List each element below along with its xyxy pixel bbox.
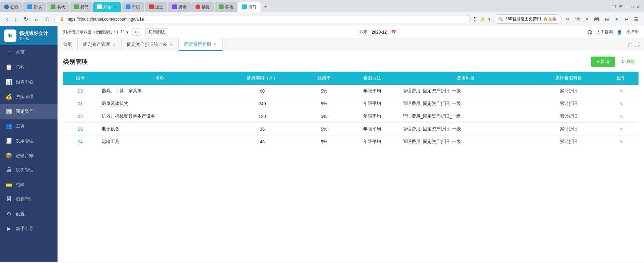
undo-icon[interactable]: ↩ xyxy=(623,16,630,23)
fullscreen-tab-btn[interactable]: ⛶ xyxy=(634,41,640,48)
sun-icon[interactable]: ☀ xyxy=(613,16,620,23)
page-tab-depreciation-label: 固定资产折旧统计表 xyxy=(127,41,167,48)
service-label[interactable]: 人工咨询 xyxy=(596,29,613,35)
close-tab-depreciation[interactable]: ✕ xyxy=(170,43,173,47)
page-tab-home[interactable]: 首页 xyxy=(58,39,78,50)
tab-label-4: 易代 xyxy=(80,4,88,10)
page-content: 类别管理 + 新增 ↻ 刷新 编号 名称 使用期限（月） 残值率 折旧方法 费用… xyxy=(58,51,644,262)
page-tab-category[interactable]: 固定资产类别 ✕ xyxy=(179,38,223,51)
scissors-icon[interactable]: ✂ xyxy=(564,16,571,23)
close-tab-fixed-asset-mgmt[interactable]: ✕ xyxy=(113,43,116,47)
tab-label-5: 好会 xyxy=(103,4,112,10)
browser-tab-7[interactable]: 企业 xyxy=(145,2,167,12)
sidebar-item-reports[interactable]: 📊 报表中心 xyxy=(0,74,58,89)
switch-version-btn[interactable]: 切到旧版 xyxy=(146,28,168,36)
sidebar: 畅 畅捷通好会计 专业版 ⌂ 首页 📋 总账 📊 报表中心 💰 资金管理 xyxy=(0,26,58,262)
browser-tab-4[interactable]: 易代 xyxy=(70,2,92,12)
dropdown-arrow[interactable]: ▾ xyxy=(126,30,128,35)
edit-btn-1[interactable]: ✎ xyxy=(619,101,623,106)
sidebar-item-settings-label: 设置 xyxy=(16,211,25,217)
cell-method-1: 年限平均 xyxy=(346,97,399,110)
sidebar-item-inventory[interactable]: 📦 进销台账 xyxy=(0,148,58,163)
tab-bar: 在线 新版 易代 易代 好会 ✕ 个税 企业 腾讯 xyxy=(0,0,644,12)
sidebar-item-fixed-assets[interactable]: 🏢 固定资产 xyxy=(0,104,58,119)
browser-menu-icon[interactable]: ⠿ xyxy=(473,16,477,22)
reload-button[interactable]: ↻ xyxy=(22,15,30,23)
edit-btn-2[interactable]: ✎ xyxy=(619,114,623,119)
maximize-icon[interactable]: □ xyxy=(631,4,634,9)
edit-btn-4[interactable]: ✎ xyxy=(619,139,623,144)
back-button[interactable]: ‹ xyxy=(4,15,10,23)
tab-favicon-5 xyxy=(97,4,102,9)
data-table: 编号 名称 使用期限（月） 残值率 折旧方法 费用科目 累计折旧科目 操作 03… xyxy=(63,72,639,148)
page-tab-category-label: 固定资产类别 xyxy=(184,41,211,47)
browser-tab-8[interactable]: 腾讯 xyxy=(168,2,191,12)
edit-btn-3[interactable]: ✎ xyxy=(619,127,623,132)
cell-months-1: 240 xyxy=(223,97,302,110)
user-settings-btn[interactable]: ⚙ xyxy=(132,28,141,36)
sidebar-logo: 畅 xyxy=(4,29,16,42)
browser-tab-2[interactable]: 新版 xyxy=(23,2,46,12)
sidebar-item-settings[interactable]: ⚙ 设置 xyxy=(0,206,58,221)
dropdown-icon[interactable]: ▾ xyxy=(488,17,490,22)
tab-menu-icon[interactable]: ☰ xyxy=(619,4,623,9)
edit-btn-0[interactable]: ✎ xyxy=(619,88,623,94)
new-tab-button[interactable]: + xyxy=(261,3,270,11)
sidebar-item-archive[interactable]: 🗄 归档管理 xyxy=(0,192,58,206)
payroll-icon: 👥 xyxy=(5,123,12,129)
browser-tab-9[interactable]: 畅提 xyxy=(191,2,214,12)
grid-icon[interactable]: ⊞ xyxy=(604,16,610,23)
table-row: 01 房屋及建筑物 240 5% 年限平均 管理费用_固定资产折旧_一级 累计折… xyxy=(63,97,639,110)
sidebar-item-ledger[interactable]: 📋 总账 xyxy=(0,60,58,74)
col-accumulated: 累计折旧科目 xyxy=(533,72,604,85)
col-method: 折旧方法 xyxy=(346,72,399,85)
game-icon[interactable]: 🎮 xyxy=(592,16,601,23)
refresh-button[interactable]: ↻ 刷新 xyxy=(618,57,639,67)
lightning-icon[interactable]: ⚡ xyxy=(480,16,485,22)
tab-label-11: 目前 xyxy=(248,4,256,10)
browser-tab-1[interactable]: 在线 xyxy=(0,2,23,12)
add-button[interactable]: + 新增 xyxy=(591,57,615,67)
cell-expense-0: 管理费用_固定资产折旧_一级 xyxy=(399,85,533,97)
browser-tab-10[interactable]: 各地 xyxy=(215,2,237,12)
user-name: 刘小艳演示账套（勿删勿动！）11 xyxy=(63,29,125,35)
calendar-icon[interactable]: 📅 xyxy=(391,30,396,35)
page-tab-depreciation[interactable]: 固定资产折旧统计表 ✕ xyxy=(122,39,179,50)
sidebar-item-guide-label: 新手引导 xyxy=(16,226,34,232)
period-value: 2023-12 xyxy=(372,30,387,35)
tab-label-8: 腾讯 xyxy=(178,4,187,10)
sidebar-item-invoice[interactable]: 🧾 发票管理 xyxy=(0,133,58,148)
minimize-icon[interactable]: ─ xyxy=(626,4,629,9)
browser-tab-5[interactable]: 好会 ✕ xyxy=(93,2,121,12)
close-browser-icon[interactable]: ✕ xyxy=(636,4,640,9)
forward-button[interactable]: › xyxy=(13,15,18,23)
close-tab-category[interactable]: ✕ xyxy=(214,42,217,47)
url-box[interactable]: 🔒 https://cloud.chanjet.com/accounting/u… xyxy=(54,15,471,23)
browser-menu-btn[interactable]: ☰ xyxy=(633,16,640,23)
search-box[interactable]: 🔍 360智能抠图免费用 🔥 热搜 xyxy=(493,14,561,24)
cell-action-3: ✎ xyxy=(604,123,639,135)
translate-icon[interactable]: 译 xyxy=(574,15,581,23)
sidebar-item-home-label: 首页 xyxy=(16,49,25,56)
home-button[interactable]: ⌂ xyxy=(33,15,40,23)
bookmark-button[interactable]: ☆ xyxy=(43,15,52,23)
browser-tab-11[interactable]: 目前 xyxy=(238,2,261,12)
collapse-tab-btn[interactable]: ◻ xyxy=(628,41,632,48)
sidebar-item-funds[interactable]: 💰 资金管理 xyxy=(0,89,58,104)
cell-code-4: 04 xyxy=(63,135,98,148)
cell-method-3: 年限平均 xyxy=(346,123,399,135)
sidebar-item-checkout[interactable]: 💳 结账 xyxy=(0,177,58,192)
sidebar-item-guide[interactable]: ▶ 新手引导 xyxy=(0,221,58,236)
tab-close-5[interactable]: ✕ xyxy=(114,5,117,9)
browser-chrome: 在线 新版 易代 易代 好会 ✕ 个税 企业 腾讯 xyxy=(0,0,644,26)
sidebar-item-payroll[interactable]: 👥 工资 xyxy=(0,119,58,133)
browser-tab-6[interactable]: 个税 xyxy=(122,2,144,12)
page-tab-fixed-asset-mgmt[interactable]: 固定资产管理 ✕ xyxy=(78,39,122,50)
browser-tab-3[interactable]: 易代 xyxy=(47,2,69,12)
sidebar-item-tax[interactable]: 🏛 税务管理 xyxy=(0,163,58,177)
wallet-icon[interactable]: ¥ xyxy=(584,16,590,23)
cell-expense-2: 管理费用_固定资产折旧_一级 xyxy=(399,110,533,123)
sidebar-item-home[interactable]: ⌂ 首页 xyxy=(0,45,58,60)
home-icon: ⌂ xyxy=(5,49,12,56)
cell-code-1: 01 xyxy=(63,97,98,110)
